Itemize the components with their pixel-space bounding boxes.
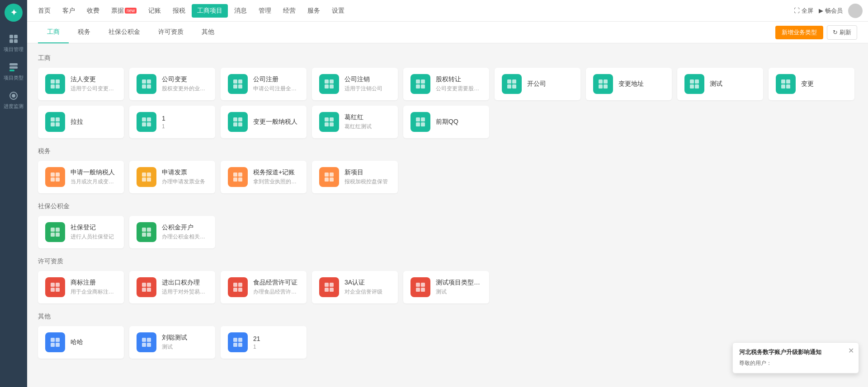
svg-rect-121 [238, 343, 242, 347]
card-card-6[interactable]: 开公司 [495, 68, 580, 100]
card-info-card-4: 公司注销适用于注销公司 [344, 75, 391, 93]
tab-other[interactable]: 其他 [193, 22, 223, 43]
card-ot-1[interactable]: 哈哈 [38, 326, 124, 359]
card-xk-5[interactable]: 测试项目类型目定义测试 [403, 271, 489, 303]
card-card-2[interactable]: 公司变更股权变更外的业务变更 [129, 68, 215, 100]
nav-accounting[interactable]: 记账 [143, 4, 166, 18]
card-sb-1[interactable]: 社保登记进行人员社保登记 [38, 216, 124, 248]
nav-service[interactable]: 服务 [302, 4, 326, 18]
svg-rect-17 [147, 84, 151, 89]
svg-rect-96 [142, 288, 146, 292]
svg-rect-24 [325, 84, 329, 89]
svg-rect-46 [51, 117, 55, 121]
card-tax-2[interactable]: 申请发票办理申请发票业务 [129, 161, 215, 193]
svg-point-8 [12, 94, 15, 98]
card-card-10[interactable]: 拉拉 [38, 106, 124, 138]
card-info-card-11: 11 [162, 115, 208, 130]
card-card-8[interactable]: 测试 [677, 68, 763, 100]
sidebar-item-project-manage[interactable]: 项目管理 [0, 29, 27, 57]
header-actions: 新增业务类型 ↻ 刷新 [775, 25, 857, 40]
card-xk-4[interactable]: 3A认证对企业信誉评级 [312, 271, 398, 303]
card-icon-sb-2 [137, 222, 156, 242]
svg-rect-22 [325, 79, 329, 84]
card-icon-card-4 [319, 74, 339, 94]
card-desc-tax-2: 办理申请发票业务 [162, 178, 208, 186]
tab-shuiwu[interactable]: 税务 [69, 22, 99, 43]
nav-ticket[interactable]: 票据new [106, 4, 142, 18]
svg-rect-34 [599, 79, 603, 84]
notification-close-btn[interactable]: ✕ [848, 346, 854, 355]
tab-gongshang[interactable]: 工商 [38, 22, 69, 43]
card-title-tax-2: 申请发票 [162, 168, 208, 177]
vip-btn[interactable]: ▶ 畅会员 [819, 7, 843, 15]
card-tax-4[interactable]: 新项目报税加税控盘保管 [312, 161, 398, 193]
svg-rect-10 [51, 79, 55, 84]
card-card-12[interactable]: 变更一般纳税人 [221, 106, 307, 138]
card-info-ot-1: 哈哈 [71, 338, 117, 346]
card-desc-tax-1: 当月或次月成变更完成 [71, 178, 117, 186]
card-title-card-1: 法人变更 [71, 75, 117, 84]
svg-rect-13 [56, 84, 60, 89]
nav-customer[interactable]: 客户 [57, 4, 80, 18]
card-card-7[interactable]: 变更地址 [586, 68, 672, 100]
card-card-9[interactable]: 变更 [769, 68, 854, 100]
card-card-13[interactable]: 葛红红葛红红测试 [312, 106, 398, 138]
logo[interactable]: ✦ [5, 4, 23, 22]
svg-rect-88 [142, 233, 146, 237]
nav-tax[interactable]: 报税 [167, 4, 191, 18]
card-title-card-5: 股权转让 [436, 75, 482, 84]
svg-rect-85 [56, 233, 60, 237]
refresh-button[interactable]: ↻ 刷新 [827, 25, 857, 40]
card-tax-1[interactable]: 申请一般纳税人当月或次月成变更完成 [38, 161, 124, 193]
card-info-card-6: 开公司 [527, 80, 573, 88]
card-card-5[interactable]: 股权转让公司变更需要股权转让 [403, 68, 489, 100]
card-card-4[interactable]: 公司注销适用于注销公司 [312, 68, 398, 100]
card-icon-xk-2 [137, 277, 156, 297]
svg-rect-118 [233, 338, 237, 342]
svg-rect-82 [51, 228, 55, 232]
nav-manage[interactable]: 管理 [253, 4, 277, 18]
tab-xuke[interactable]: 许可资质 [149, 22, 193, 43]
svg-rect-40 [690, 84, 694, 89]
card-title-tax-4: 新项目 [344, 168, 391, 177]
tab-list: 工商税务社保公积金许可资质其他 [38, 22, 223, 43]
fullscreen-btn[interactable]: ⛶ 全屏 [794, 7, 813, 15]
svg-rect-62 [416, 117, 420, 121]
card-ot-3[interactable]: 211 [221, 326, 307, 359]
card-ot-2[interactable]: 刘聪测试测试 [129, 326, 215, 359]
avatar[interactable] [848, 4, 863, 18]
nav-bizproject[interactable]: 工商项目 [192, 4, 228, 18]
svg-rect-59 [330, 117, 334, 121]
svg-rect-115 [147, 338, 151, 342]
nav-billing[interactable]: 收费 [81, 4, 105, 18]
new-type-button[interactable]: 新增业务类型 [775, 26, 823, 39]
svg-rect-72 [142, 177, 146, 182]
nav-settings[interactable]: 设置 [326, 4, 350, 18]
card-xk-1[interactable]: 商标注册用于企业商标注册服务 [38, 271, 124, 303]
sidebar-item-label: 项目管理 [4, 46, 24, 53]
card-card-1[interactable]: 法人变更适用于公司变更法人 [38, 68, 124, 100]
card-sb-2[interactable]: 公积金开户办理公积金相关业务 [129, 216, 215, 248]
card-xk-3[interactable]: 食品经营许可证办理食品经营许可证 [221, 271, 307, 303]
card-card-14[interactable]: 前期QQ [403, 106, 489, 138]
card-title-sb-1: 社保登记 [71, 224, 117, 232]
nav-home[interactable]: 首页 [33, 4, 56, 18]
svg-rect-32 [507, 84, 511, 89]
card-xk-2[interactable]: 进出口权办理适用于对外贸易经营者 [129, 271, 215, 303]
project-type-icon [8, 62, 19, 73]
card-tax-3[interactable]: 税务报道+记账拿到营业执照的新公司 [221, 161, 307, 193]
card-title-xk-1: 商标注册 [71, 279, 117, 287]
svg-point-9 [854, 8, 857, 12]
sidebar-item-project-type[interactable]: 项目类型 [0, 57, 27, 86]
card-card-11[interactable]: 11 [129, 106, 215, 138]
section-xuke-section: 许可资质 商标注册用于企业商标注册服务 进出口权办理适用于对外贸易经营者 食品经… [38, 257, 857, 303]
sidebar-item-progress[interactable]: 进度监测 [0, 86, 27, 114]
card-desc-xk-2: 适用于对外贸易经营者 [162, 288, 208, 296]
card-card-3[interactable]: 公司注册申请公司注册全流程 [221, 68, 307, 100]
nav-message[interactable]: 消息 [229, 4, 252, 18]
tab-shebao[interactable]: 社保公积金 [99, 22, 149, 43]
card-desc-xk-3: 办理食品经营许可证 [253, 288, 299, 296]
card-info-ot-2: 刘聪测试测试 [162, 334, 208, 351]
svg-rect-28 [416, 84, 420, 89]
nav-operations[interactable]: 经营 [278, 4, 301, 18]
